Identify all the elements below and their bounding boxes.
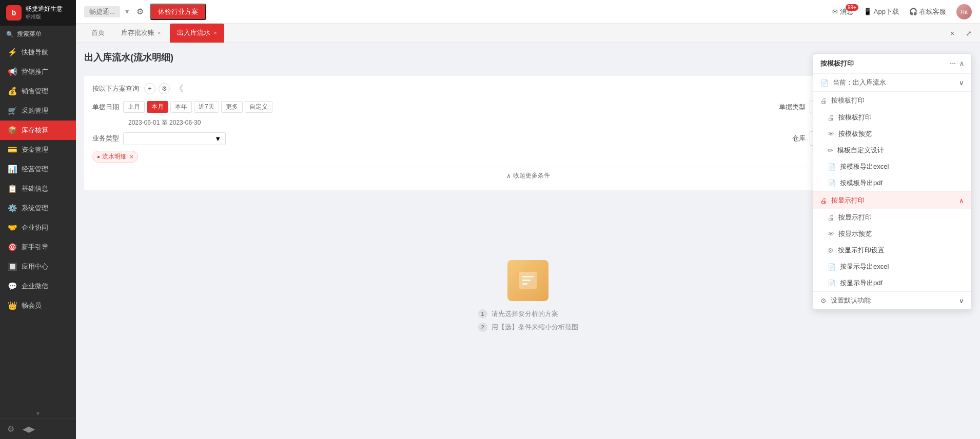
dropdown-item-template-print[interactable]: 🖨 按模板打印 [813,109,971,126]
online-service-btn[interactable]: 🎧 在线客服 [909,7,946,16]
dropdown-header-actions: ··· ∧ [950,59,964,68]
dropdown-current-header[interactable]: 📄 当前：出入库流水 ∨ [813,74,971,91]
logo-icon: b [6,5,22,21]
nav-label-purchase: 采购管理 [22,106,48,115]
topbar-gear-icon[interactable]: ⚙ [136,7,144,16]
sidebar-scroll-down[interactable]: ▼ [0,409,76,418]
sidebar-settings-icon[interactable]: ⚙ [7,424,14,434]
nav-label-membership: 畅会员 [22,301,42,310]
item-icon-dv: 👁 [828,230,834,238]
date-tab-more[interactable]: 更多 [221,101,243,113]
nav-label-collab: 企业协同 [22,223,48,232]
current-icon: 📄 [820,79,829,87]
sidebar-item-guide[interactable]: 🎯 新手引导 [0,237,76,257]
dropdown-template-header[interactable]: 🖨 按模板打印 [813,92,971,109]
sidebar-item-membership[interactable]: 👑 畅会员 [0,296,76,315]
tab-batch-close[interactable]: × [158,30,161,36]
biz-type-label: 业务类型 [92,134,119,143]
message-btn[interactable]: ✉ 消息 99+ [832,7,853,16]
user-avatar[interactable]: Rit [956,4,972,19]
sidebar-item-finance[interactable]: 💳 资金管理 [0,140,76,159]
dropdown-item-template-pdf[interactable]: 📄 按模板导出pdf [813,175,971,191]
sidebar-item-basics[interactable]: 📋 基础信息 [0,179,76,198]
sidebar-item-collaboration[interactable]: 🤝 企业协同 [0,218,76,237]
step-1-label: 请先选择要分析的方案 [492,309,558,318]
tab-close-btn[interactable]: × [945,26,959,41]
display-section-icon: 🖨 [820,197,827,205]
sidebar-item-wechat[interactable]: 💬 企业微信 [0,276,76,296]
filter-tag-flow[interactable]: ● 流水明细 × [92,151,138,163]
dropdown-item-display-excel[interactable]: 📄 按显示导出excel [813,258,971,275]
sidebar-item-inventory[interactable]: 📦 库存核算 [0,121,76,140]
biz-type-select[interactable]: ▼ [123,132,226,145]
dropdown-item-display-preview[interactable]: 👁 按显示预览 [813,226,971,242]
sidebar-item-operations[interactable]: 📊 经营管理 [0,159,76,179]
app-download-btn[interactable]: 📱 App下载 [864,7,899,16]
sidebar-collapse-icon[interactable]: ◀▶ [23,424,35,434]
filter-collapse-icon[interactable]: 《 [175,84,183,94]
dropdown-item-display-pdf[interactable]: 📄 按显示导出pdf [813,275,971,291]
nav-icon-basics: 📋 [7,184,17,193]
tab-flow-close[interactable]: × [213,30,217,36]
sidebar-item-system[interactable]: ⚙️ 系统管理 [0,198,76,218]
step-2-label: 用【选】条件来缩小分析范围 [492,323,578,332]
item-icon-dp: 🖨 [828,214,834,222]
template-section-icon: 🖨 [820,97,827,105]
sidebar-item-sales[interactable]: 💰 销售管理 [0,82,76,101]
item-label-dp: 按显示打印 [838,213,872,222]
dropdown-item-display-settings[interactable]: ⚙ 按显示打印设置 [813,242,971,258]
service-icon: 🎧 [909,8,917,15]
date-tab-last-month[interactable]: 上月 [123,101,145,113]
sidebar-bottom: ⚙ ◀▶ [0,418,76,439]
dropdown-dots[interactable]: ··· [950,59,956,68]
trial-btn[interactable]: 体验行业方案 [150,4,206,20]
dropdown-footer[interactable]: ⚙ 设置默认功能 ∨ [813,292,971,309]
tag-label: 流水明细 [102,152,127,161]
item-icon-de: 📄 [828,263,836,271]
empty-icon [502,250,554,301]
dropdown-item-template-preview[interactable]: 👁 按模板预览 [813,126,971,142]
warehouse-label: 仓库 [792,134,806,143]
date-tab-this-year[interactable]: 本年 [170,101,192,113]
sidebar-item-quick-nav[interactable]: ⚡ 快捷导航 [0,43,76,62]
filter-actions: + ⚙ [144,83,170,94]
tag-close[interactable]: × [130,153,133,161]
sidebar-search[interactable]: 🔍 搜索菜单 [0,26,76,43]
tabbar: 首页 库存批次账 × 出入库流水 × × ⤢ [76,24,980,43]
sidebar-item-purchase[interactable]: 🛒 采购管理 [0,101,76,121]
empty-step-1: 1 请先选择要分析的方案 [478,309,578,318]
sidebar-item-marketing[interactable]: 📢 营销推广 [0,62,76,82]
filter-add-btn[interactable]: + [144,83,155,94]
tab-inventory-batch[interactable]: 库存批次账 × [114,24,168,43]
sidebar-nav: ⚡ 快捷导航 📢 营销推广 💰 销售管理 🛒 采购管理 📦 库存核算 💳 资金管… [0,43,76,409]
page-title: 出入库流水(流水明细) [84,51,173,64]
dropdown-display-section: 🖨 按显示打印 ∧ 🖨 按显示打印 👁 按显示预览 [813,192,971,292]
tab-home-label: 首页 [91,28,105,37]
date-tab-7days[interactable]: 近7天 [194,101,219,113]
tab-maximize-btn[interactable]: ⤢ [962,26,976,41]
dropdown-chevron-up[interactable]: ∧ [959,59,964,68]
date-tab-custom[interactable]: 自定义 [245,101,272,113]
empty-step-2: 2 用【选】条件来缩小分析范围 [478,323,578,332]
dropdown-item-display-print[interactable]: 🖨 按显示打印 [813,209,971,226]
page-content: 出入库流水(流水明细) 🖨 按模板打印 ∧ ⬆ 导出 ↻ 刷新 [76,43,980,439]
tab-batch-label: 库存批次账 [121,28,154,37]
add-icon: + [148,85,151,92]
svg-rect-1 [522,276,534,277]
date-tab-this-month[interactable]: 本月 [147,101,168,113]
dropdown-item-template-design[interactable]: ✏ 模板自定义设计 [813,142,971,158]
nav-label-basics: 基础信息 [22,184,48,193]
dropdown-item-template-excel[interactable]: 📄 按模板导出excel [813,158,971,175]
nav-icon-system: ⚙️ [7,204,17,213]
nav-icon-wechat: 💬 [7,282,17,291]
dropdown-display-header[interactable]: 🖨 按显示打印 ∧ [813,192,971,209]
tab-inventory-flow[interactable]: 出入库流水 × [170,24,224,43]
empty-steps: 1 请先选择要分析的方案 2 用【选】条件来缩小分析范围 [478,309,578,332]
user-dropdown-arrow[interactable]: ▼ [124,8,130,15]
filter-settings-btn[interactable]: ⚙ [159,83,170,94]
nav-icon-marketing: 📢 [7,67,17,76]
tab-flow-label: 出入库流水 [177,28,210,37]
date-label: 单据日期 [92,103,119,112]
tab-home[interactable]: 首页 [84,24,112,43]
sidebar-item-app-center[interactable]: 🔲 应用中心 [0,257,76,276]
